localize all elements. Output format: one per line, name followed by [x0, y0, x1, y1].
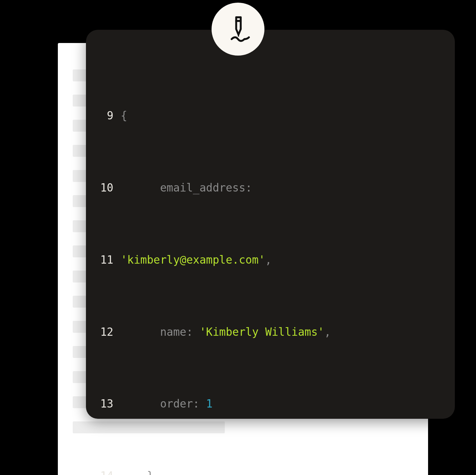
code-line: 9 {	[99, 107, 435, 125]
token-number: 1	[206, 397, 213, 410]
code-line: 11 'kimberly@example.com',	[99, 251, 435, 269]
line-number: 11	[99, 251, 121, 269]
line-number: 14	[99, 467, 121, 475]
line-number: 9	[99, 107, 121, 125]
signature-pen-icon	[223, 15, 253, 44]
code-line: 13 order: 1	[99, 395, 435, 413]
line-number: 10	[99, 179, 121, 197]
code-line: 10 email_address:	[99, 179, 435, 197]
line-number: 13	[99, 395, 121, 413]
token-key: email_address	[160, 181, 245, 194]
code-panel: 9 { 10 email_address: 11 'kimberly@examp…	[86, 30, 455, 419]
code-block[interactable]: 9 { 10 email_address: 11 'kimberly@examp…	[99, 53, 435, 475]
token-key: order	[160, 397, 193, 410]
token-string: 'kimberly@example.com'	[121, 253, 265, 266]
line-number: 12	[99, 323, 121, 341]
code-line: 12 name: 'Kimberly Williams',	[99, 323, 435, 341]
token-string: 'Kimberly Williams'	[199, 325, 324, 338]
token-punc: }	[147, 469, 153, 475]
token-key: name	[160, 325, 186, 338]
token-punc: {	[121, 109, 127, 122]
code-line: 14 }	[99, 467, 435, 475]
svg-point-1	[238, 35, 239, 36]
signature-badge	[212, 3, 264, 56]
